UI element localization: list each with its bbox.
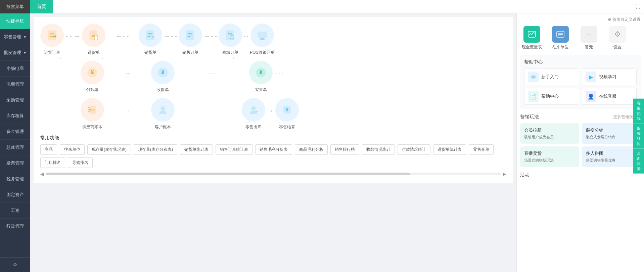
sidebar-item-retail[interactable]: 零售管理 ▼ <box>0 29 30 45</box>
func-btn-purchase-stat[interactable]: 进货单统计表 <box>433 144 466 155</box>
func-btn-retail-open[interactable]: 零售开单 <box>469 144 494 155</box>
marketing-item-live[interactable]: 直播卖货 场景式购物新玩法 <box>520 146 579 167</box>
sales-order-icon <box>179 24 202 47</box>
beginner-icon: ✉ <box>528 72 539 82</box>
flow-node-payment[interactable]: ¥ 付款单 <box>81 61 104 93</box>
float-btn-community[interactable]: 服务社区 <box>633 124 644 149</box>
cashflow-label: 现金流量表 <box>522 44 542 50</box>
quick-icon-none[interactable]: — 暂无 <box>577 26 601 50</box>
flow-node-retail-out[interactable]: 零售出库 <box>242 98 265 130</box>
scroll-track[interactable] <box>46 173 501 175</box>
help-item-video[interactable]: ▶ 视频学习 <box>582 69 637 85</box>
func-btn-guide-rank[interactable]: 导购排名 <box>68 157 93 168</box>
fission-title: 裂变分销 <box>586 127 637 133</box>
func-btn-stock-status[interactable]: 现存量(库存状况表) <box>87 144 131 155</box>
func-btn-sales-rank[interactable]: 销售排行榜 <box>330 144 359 155</box>
settings-label: 设置 <box>613 44 622 50</box>
marketing-section: 营销玩法 更多营销玩法 > 会员拉新 吸引用户成为会员 裂变分销 裂变式发展分销… <box>520 114 641 167</box>
func-btn-units[interactable]: 往来单位 <box>60 144 85 155</box>
float-btn-hotline[interactable]: 客服热线 <box>633 99 644 124</box>
help-item-docs[interactable]: 📄 帮助中心 <box>524 88 579 105</box>
retail-settlement-label: 零售结算 <box>279 124 295 130</box>
customize-header[interactable]: ⚙ 首页自定义设置 <box>520 17 641 22</box>
marketing-item-member[interactable]: 会员拉新 吸引用户成为会员 <box>520 123 579 144</box>
sidebar-item-admin[interactable]: 行政管理 <box>0 219 30 234</box>
flow-node-sales-bill[interactable]: ✓ 销货单 <box>139 24 162 55</box>
marketing-item-group[interactable]: 多人拼团 拼团购物享受优惠 <box>582 146 641 167</box>
search-menu-button[interactable]: 搜索菜单 <box>0 0 30 13</box>
live-desc: 场景式购物新玩法 <box>524 158 575 163</box>
svg-rect-0 <box>48 31 56 40</box>
home-tab[interactable]: 首页 <box>30 0 53 13</box>
sidebar-settings-button[interactable]: ⚙ <box>0 257 30 272</box>
float-btn-desktop[interactable]: 桌面快捷 <box>633 149 644 174</box>
flow-node-retail-bill[interactable]: ¥ 零售单 <box>249 61 273 93</box>
support-icon: 👤 <box>586 91 596 102</box>
retail-settlement-icon: ¥ <box>275 98 299 122</box>
help-item-support[interactable]: 👤 在线客服 <box>582 88 637 105</box>
activity-title: 活动 <box>520 172 641 178</box>
sidebar-item-quick-nav[interactable]: 快捷导航 <box>0 13 30 29</box>
settings-icon: ⚙ <box>609 26 626 43</box>
help-item-beginner[interactable]: ✉ 新手入门 <box>524 69 579 85</box>
sidebar-item-assets[interactable]: 固定资产 <box>0 187 30 203</box>
flow-node-mall-order[interactable]: 商城订单 <box>219 24 242 55</box>
sidebar-item-finance[interactable]: 资金管理 <box>0 124 30 140</box>
quick-access-row: 现金流量表 往来单位 — 暂无 ⚙ 设置 <box>520 26 641 50</box>
customize-label: ⚙ 首页自定义设置 <box>608 17 641 22</box>
svg-rect-30 <box>88 107 90 108</box>
flow-node-retail-settlement[interactable]: ¥ 零售结算 <box>275 98 299 130</box>
sidebar-item-wholesale[interactable]: 批发管理 ▼ <box>0 45 30 61</box>
func-btn-payment-stat[interactable]: 付款情况统计 <box>398 144 430 155</box>
quick-nav-card: 进货订单 - - → → 进货单 ←- - <box>34 17 513 183</box>
group-title: 多人拼团 <box>586 150 637 156</box>
func-btn-goods-profit[interactable]: 商品毛利分析 <box>295 144 328 155</box>
quick-icon-cashflow[interactable]: 现金流量表 <box>520 26 544 50</box>
func-btn-store-rank[interactable]: 门店排名 <box>40 157 65 168</box>
scroll-left-arrow[interactable]: ◀ <box>40 171 44 177</box>
func-btn-order-stat[interactable]: 销售订单统计表 <box>216 144 252 155</box>
func-btn-profit-analysis[interactable]: 销售毛利分析表 <box>255 144 292 155</box>
flow-node-purchase-bill[interactable]: → 进货单 <box>82 24 105 55</box>
marketing-item-fission[interactable]: 裂变分销 裂变式发展分销商 <box>582 123 641 144</box>
payment-label: 付款单 <box>86 87 98 93</box>
purchase-bill-icon: → <box>82 24 105 47</box>
beginner-label: 新手入门 <box>541 74 559 80</box>
sidebar-item-invoice[interactable]: 发票管理 <box>0 155 30 171</box>
expand-icon[interactable]: ⛶ <box>635 4 641 9</box>
retail-out-icon <box>242 98 265 122</box>
docs-label: 帮助中心 <box>541 93 559 99</box>
sidebar-item-purchase[interactable]: 采购管理 <box>0 92 30 108</box>
sidebar-item-ledger[interactable]: 总账管理 <box>0 140 30 155</box>
flow-node-sales-order[interactable]: 销售订单 <box>179 24 202 55</box>
help-grid: ✉ 新手入门 ▶ 视频学习 📄 帮助中心 👤 在线客服 <box>524 69 637 105</box>
supplier-ledger-label: 供应商账本 <box>82 124 102 130</box>
retail-bill-icon: ¥ <box>249 61 273 84</box>
func-btn-receipt-stat[interactable]: 收款情况统计 <box>362 144 395 155</box>
flow-node-receipt[interactable]: ¥ 收款单 <box>151 61 175 93</box>
flow-node-customer-ledger[interactable]: 客户账本 <box>151 98 175 130</box>
flow-node-supplier-ledger[interactable]: 账本 供应商账本 <box>81 98 104 130</box>
svg-rect-22 <box>260 39 265 40</box>
none-label: 暂无 <box>585 44 593 50</box>
flow-node-purchase-order[interactable]: 进货订单 <box>40 24 64 55</box>
sidebar-item-salary[interactable]: 工资 <box>0 203 30 219</box>
flow-node-pos[interactable]: POS收银开单 <box>250 24 274 55</box>
sidebar-item-ecommerce-small[interactable]: 小畅电商 <box>0 61 30 77</box>
svg-rect-21 <box>261 38 264 39</box>
partners-label: 往来单位 <box>552 44 568 50</box>
customer-ledger-icon <box>151 98 175 122</box>
func-btn-sales-stat[interactable]: 销货单统计表 <box>180 144 213 155</box>
sidebar-item-tax[interactable]: 税务管理 <box>0 171 30 187</box>
scroll-right-arrow[interactable]: ▶ <box>503 171 506 177</box>
sidebar-item-ecommerce[interactable]: 电商管理 <box>0 77 30 92</box>
func-btn-stock-dist[interactable]: 现存量(库存分布表) <box>134 144 177 155</box>
quick-icon-settings[interactable]: ⚙ 设置 <box>606 26 629 50</box>
sidebar-item-inventory[interactable]: 库存核算 <box>0 108 30 124</box>
func-btn-goods[interactable]: 商品 <box>40 144 57 155</box>
customer-ledger-label: 客户账本 <box>155 124 171 130</box>
purchase-order-icon <box>40 24 64 47</box>
quick-icon-partners[interactable]: 往来单位 <box>549 26 572 50</box>
none-icon: — <box>581 26 597 43</box>
payment-icon: ¥ <box>81 61 104 84</box>
